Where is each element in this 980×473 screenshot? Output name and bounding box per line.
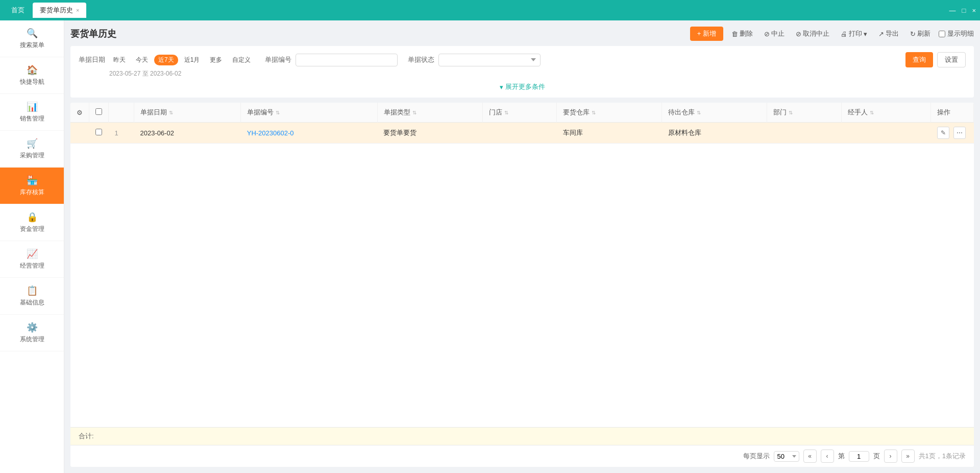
expand-more-btn[interactable]: ▾ 展开更多条件 — [79, 82, 966, 91]
expand-more-label: 展开更多条件 — [505, 82, 545, 91]
date-btn-today[interactable]: 今天 — [132, 55, 152, 65]
system-mgmt-icon: ⚙️ — [27, 322, 38, 333]
th-doctype[interactable]: 单据类型⇅ — [377, 103, 482, 123]
window-close[interactable]: × — [972, 7, 976, 14]
refresh-icon: ↻ — [910, 30, 916, 38]
sidebar-item-label: 资金管理 — [20, 225, 44, 233]
settings-button[interactable]: 设置 — [937, 52, 966, 67]
page-last-button[interactable]: » — [901, 450, 915, 463]
date-btn-more[interactable]: 更多 — [206, 55, 226, 65]
page-prev-button[interactable]: ‹ — [821, 450, 834, 463]
date-filter-btns: 昨天 今天 近7天 近1月 更多 自定义 — [109, 55, 255, 65]
delete-label: 删除 — [740, 29, 753, 38]
tab-close-icon[interactable]: × — [76, 7, 79, 13]
sidebar-item-search-menu[interactable]: 🔍 搜索菜单 — [0, 20, 64, 57]
page-header: 要货单历史 + 新增 🗑 删除 ⊘ 中止 ⊘ 取消中止 🖨 打印 — [70, 27, 974, 41]
top-bar: 首页 要货单历史 × — □ × — [0, 0, 980, 20]
sort-store-icon: ⇅ — [504, 110, 508, 115]
th-dept[interactable]: 部门⇅ — [767, 103, 841, 123]
docno-filter-input[interactable] — [296, 54, 398, 66]
cancel-suspend-button[interactable]: ⊘ 取消中止 — [793, 27, 832, 40]
sidebar-item-asset-mgmt[interactable]: 🔒 资金管理 — [0, 204, 64, 241]
td-docno: YH-20230602-0 — [241, 123, 378, 144]
display-detail-toggle[interactable]: 显示明细 — [939, 29, 974, 38]
suspend-icon: ⊘ — [764, 30, 770, 38]
row-checkbox[interactable] — [95, 129, 102, 135]
select-all-checkbox[interactable] — [95, 108, 102, 115]
docstatus-filter-select[interactable] — [438, 54, 541, 66]
delete-icon: 🗑 — [731, 30, 738, 38]
th-checkbox[interactable] — [89, 103, 109, 123]
refresh-button[interactable]: ↻ 刷新 — [907, 27, 934, 40]
date-filter-label: 单据日期 — [79, 55, 105, 64]
page-unit: 页 — [873, 452, 880, 461]
sales-mgmt-icon: 📊 — [27, 101, 38, 112]
search-menu-icon: 🔍 — [27, 28, 38, 39]
th-pending-warehouse[interactable]: 待出仓库⇅ — [662, 103, 767, 123]
td-num: 1 — [109, 123, 134, 144]
page-num-input[interactable] — [849, 451, 869, 462]
row-edit-button[interactable]: ✎ — [937, 127, 949, 139]
sidebar-item-basic-info[interactable]: 📋 基础信息 — [0, 278, 64, 315]
suspend-label: 中止 — [771, 29, 785, 38]
filter-action-btns: 查询 设置 — [905, 52, 966, 67]
sidebar: 🔍 搜索菜单 🏠 快捷导航 📊 销售管理 🛒 采购管理 🏪 库存核算 🔒 资金管… — [0, 20, 64, 473]
add-button[interactable]: + 新增 — [690, 27, 723, 41]
th-req-warehouse[interactable]: 要货仓库⇅ — [557, 103, 662, 123]
export-icon: ↗ — [878, 30, 884, 38]
main-layout: 🔍 搜索菜单 🏠 快捷导航 📊 销售管理 🛒 采购管理 🏪 库存核算 🔒 资金管… — [0, 20, 980, 473]
sidebar-item-system-mgmt[interactable]: ⚙️ 系统管理 — [0, 315, 64, 351]
tab-requisition-history[interactable]: 要货单历史 × — [33, 3, 86, 18]
query-button[interactable]: 查询 — [905, 52, 933, 67]
filter-area: 单据日期 昨天 今天 近7天 近1月 更多 自定义 单据编号 — [70, 46, 974, 98]
td-checkbox[interactable] — [89, 123, 109, 144]
print-button[interactable]: 🖨 打印 ▾ — [838, 27, 870, 40]
td-docno-link[interactable]: YH-20230602-0 — [247, 129, 294, 137]
date-filter-group: 单据日期 昨天 今天 近7天 近1月 更多 自定义 — [79, 55, 255, 65]
date-btn-yesterday[interactable]: 昨天 — [109, 55, 130, 65]
tab-requisition-label: 要货单历史 — [40, 6, 73, 15]
th-date[interactable]: 单据日期⇅ — [134, 103, 241, 123]
sidebar-item-inventory-calc[interactable]: 🏪 库存核算 — [0, 168, 64, 204]
sidebar-item-purchase-mgmt[interactable]: 🛒 采购管理 — [0, 131, 64, 168]
table-wrapper: ⚙ 单据日期⇅ 单据编号⇅ 单 — [70, 103, 974, 427]
th-docno[interactable]: 单据编号⇅ — [241, 103, 378, 123]
sort-date-icon: ⇅ — [169, 110, 173, 115]
page-label: 第 — [838, 452, 845, 461]
page-size-select[interactable]: 50 20 100 200 — [774, 451, 799, 462]
page-first-button[interactable]: « — [803, 450, 817, 463]
date-btn-custom[interactable]: 自定义 — [228, 55, 255, 65]
th-gear[interactable]: ⚙ — [70, 103, 89, 123]
th-store[interactable]: 门店⇅ — [482, 103, 557, 123]
td-gear — [70, 123, 89, 144]
window-controls: — □ × — [949, 7, 976, 14]
tab-home[interactable]: 首页 — [4, 3, 32, 18]
sidebar-item-operations-mgmt[interactable]: 📈 经营管理 — [0, 241, 64, 278]
th-handler[interactable]: 经手人⇅ — [841, 103, 931, 123]
date-btn-1month[interactable]: 近1月 — [180, 55, 204, 65]
window-minimize[interactable]: — — [949, 7, 956, 14]
docno-filter-label: 单据编号 — [265, 55, 291, 64]
display-detail-checkbox[interactable] — [939, 31, 945, 37]
filter-row-1: 单据日期 昨天 今天 近7天 近1月 更多 自定义 单据编号 — [79, 52, 966, 67]
expand-down-icon: ▾ — [500, 83, 503, 91]
refresh-label: 刷新 — [917, 29, 930, 38]
header-actions: + 新增 🗑 删除 ⊘ 中止 ⊘ 取消中止 🖨 打印 ▾ — [690, 27, 974, 41]
sidebar-item-label: 基础信息 — [20, 298, 44, 307]
row-more-button[interactable]: ⋯ — [953, 127, 966, 139]
export-button[interactable]: ↗ 导出 — [875, 27, 902, 40]
th-store-label: 门店 — [489, 108, 502, 117]
page-next-button[interactable]: › — [884, 450, 897, 463]
suspend-button[interactable]: ⊘ 中止 — [761, 27, 788, 40]
sidebar-item-sales-mgmt[interactable]: 📊 销售管理 — [0, 94, 64, 131]
sidebar-item-quick-nav[interactable]: 🏠 快捷导航 — [0, 57, 64, 94]
td-pending-warehouse: 原材料仓库 — [662, 123, 767, 144]
sort-dept-icon: ⇅ — [789, 110, 793, 115]
delete-button[interactable]: 🗑 删除 — [728, 27, 756, 40]
td-req-warehouse: 车间库 — [557, 123, 662, 144]
date-btn-7days[interactable]: 近7天 — [154, 55, 178, 65]
window-maximize[interactable]: □ — [962, 7, 966, 14]
summary-label: 合计: — [79, 432, 94, 441]
sort-pending-warehouse-icon: ⇅ — [697, 110, 701, 115]
page-size-label: 每页显示 — [743, 452, 770, 461]
